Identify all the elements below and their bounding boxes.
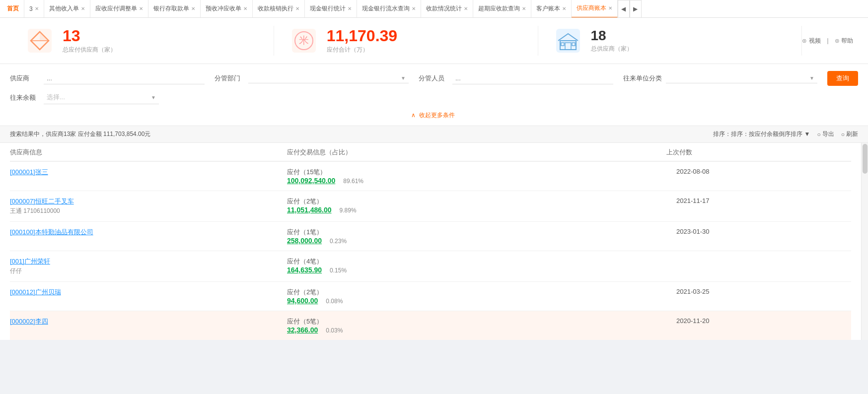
col-supplier-0: [000001]张三 [10,168,287,177]
close-tab-collect-verify[interactable]: ✕ [295,6,299,11]
close-tab-collect-stat[interactable]: ✕ [464,6,468,11]
nav-tab-cash-flow[interactable]: 现金银行流水查询 ✕ [357,0,421,18]
balance-placeholder: 选择... [47,93,65,102]
export-label: 导出 [822,130,834,138]
tx-amount-0[interactable]: 100,092,540.00 [287,177,335,185]
main-table: 供应商信息 应付交易信息（占比） 上次付数 [000001]张三 应付（15笔）… [0,143,861,340]
results-info: 搜索结果中，供应商13家 应付金额 111,703,854.00元 [10,130,150,138]
tx-percent-0: 89.61% [343,178,363,185]
nav-tab-3[interactable]: 3 ✕ [24,0,44,18]
close-tab-bank-deposit[interactable]: ✕ [191,6,195,11]
balance-select[interactable]: 选择... ▼ [44,91,159,104]
col-supplier-3: [001]广州荣轩 仔仔 [10,257,287,275]
filter-row-2: 往来余额 选择... ▼ [10,91,858,104]
dept-label: 分管部门 [215,74,244,83]
tx-amount-1[interactable]: 11,051,486.00 [287,206,332,214]
close-tab-3[interactable]: ✕ [35,6,39,11]
lastpay-val-5: 2020-11-20 [666,317,710,325]
header-supplier: 供应商信息 [10,148,287,157]
scrollbar-thumb[interactable] [863,144,868,174]
col-lastpay-3 [656,257,851,264]
summary-card-1: 13 总应付供应商（家） [10,26,274,56]
tx-percent-3: 0.15% [330,267,347,274]
supplier-input[interactable] [44,72,205,84]
nav-tab-collect-verify[interactable]: 收款核销执行 ✕ [253,0,305,18]
export-button[interactable]: ○ 导出 [817,130,834,138]
close-tab-customer-ledger[interactable]: ✕ [562,6,566,11]
col-transaction-0: 应付（15笔） 100,092,540.00 89.61% [287,168,656,185]
table-container: 供应商信息 应付交易信息（占比） 上次付数 [000001]张三 应付（15笔）… [0,143,868,340]
nav-tab-other-income[interactable]: 其他收入单 ✕ [44,0,90,18]
tx-percent-4: 0.08% [326,298,343,305]
table-header: 供应商信息 应付交易信息（占比） 上次付数 [10,143,851,162]
close-tab-ar-ap-adjust[interactable]: ✕ [139,6,143,11]
nav-prev-arrow[interactable]: ◀ [618,0,630,18]
col-transaction-5: 应付（5笔） 32,366.00 0.03% [287,317,656,334]
help-link[interactable]: ⊙ 帮助 [835,37,853,45]
close-tab-pre-collect[interactable]: ✕ [243,6,247,11]
close-tab-cash-bank-stat[interactable]: ✕ [348,6,352,11]
refresh-button[interactable]: ○ 刷新 [841,130,858,138]
close-tab-cash-flow[interactable]: ✕ [412,6,416,11]
summary-card-3: 18 总供应商（家） [538,26,802,56]
dept-select[interactable]: ▼ [248,73,409,83]
sort-value[interactable]: 排序：按应付余额倒序排序 [731,131,802,137]
tx-row-0: 100,092,540.00 89.61% [287,177,656,185]
nav-tab-customer-ledger[interactable]: 客户账本 ✕ [531,0,572,18]
summary-text-3: 18 总供应商（家） [591,29,633,53]
results-bar: 搜索结果中，供应商13家 应付金额 111,703,854.00元 排序：排序：… [0,126,868,143]
sort-arrow-icon: ▼ [804,131,810,137]
person-input[interactable] [452,72,613,84]
col-supplier-2: [000100]本特勤油品有限公司 [10,228,287,237]
tx-percent-1: 9.89% [340,207,357,214]
nav-tab-bank-deposit[interactable]: 银行存取款单 ✕ [148,0,201,18]
tx-amount-2[interactable]: 258,000.00 [287,237,322,245]
refresh-label: 刷新 [846,130,858,138]
nav-tab-cash-bank-stat[interactable]: 现金银行统计 ✕ [305,0,357,18]
close-tab-other-income[interactable]: ✕ [81,6,85,11]
supplier-label: 供应商 [10,74,40,83]
dept-arrow-icon: ▼ [401,75,406,81]
nav-tab-home[interactable]: 首页 [2,0,24,18]
summary-label-1: 总应付供应商（家） [63,46,116,54]
nav-tab-overdue-ar[interactable]: 超期应收款查询 ✕ [473,0,531,18]
supplier-name-0[interactable]: [000001]张三 [10,168,287,177]
summary-num-2: 11,170.39 [327,28,397,44]
close-tab-overdue-ar[interactable]: ✕ [522,6,526,11]
tx-label-1: 应付（2笔） [287,197,656,206]
col-lastpay-1: 2021-11-17 [656,197,851,204]
summary-label-2: 应付合计（万） [327,46,397,54]
category-select[interactable]: ▼ [666,73,818,83]
col-supplier-5: [000002]李四 [10,317,287,326]
supplier-name-4[interactable]: [000012]广州贝瑞 [10,288,287,297]
nav-tab-pre-collect[interactable]: 预收冲应收单 ✕ [201,0,253,18]
supplier-name-1[interactable]: [000007]恒旺二手叉车 [10,197,287,206]
nav-tab-collect-stat[interactable]: 收款情况统计 ✕ [421,0,473,18]
tx-amount-3[interactable]: 164,635.90 [287,266,322,274]
table-row: [001]广州荣轩 仔仔 应付（4笔） 164,635.90 0.15% [10,251,851,282]
supplier-name-3[interactable]: [001]广州荣轩 [10,257,287,266]
tx-label-3: 应付（4笔） [287,257,656,266]
diamond-icon [25,26,55,56]
col-lastpay-4: 2021-03-25 [656,288,851,295]
nav-tab-supplier-ledger[interactable]: 供应商账本 ✕ [572,0,618,18]
table-row: [000001]张三 应付（15笔） 100,092,540.00 89.61%… [10,162,851,191]
tx-percent-2: 0.23% [330,238,347,245]
supplier-name-5[interactable]: [000002]李四 [10,317,287,326]
header-lastpay: 上次付数 [656,148,851,157]
nav-tab-ar-ap-adjust[interactable]: 应收应付调整单 ✕ [90,0,148,18]
collapse-bar[interactable]: ∧ 收起更多条件 [10,109,858,121]
table-row: [000100]本特勤油品有限公司 应付（1笔） 258,000.00 0.23… [10,222,851,251]
summary-num-3: 18 [591,29,633,43]
supplier-name-2[interactable]: [000100]本特勤油品有限公司 [10,228,287,237]
scrollbar[interactable] [861,143,868,340]
close-tab-supplier-ledger[interactable]: ✕ [608,5,612,11]
tx-row-3: 164,635.90 0.15% [287,266,656,274]
nav-next-arrow[interactable]: ▶ [630,0,642,18]
video-link[interactable]: ⊙ 视频 [802,37,820,45]
tx-amount-4[interactable]: 94,600.00 [287,297,318,305]
table-row: [000012]广州贝瑞 应付（2笔） 94,600.00 0.08% 2021… [10,282,851,311]
search-button[interactable]: 查询 [827,71,858,86]
table-row: [000007]恒旺二手叉车 王通 17106110000 应付（2笔） 11,… [10,191,851,222]
tx-amount-5[interactable]: 32,366.00 [287,326,318,334]
